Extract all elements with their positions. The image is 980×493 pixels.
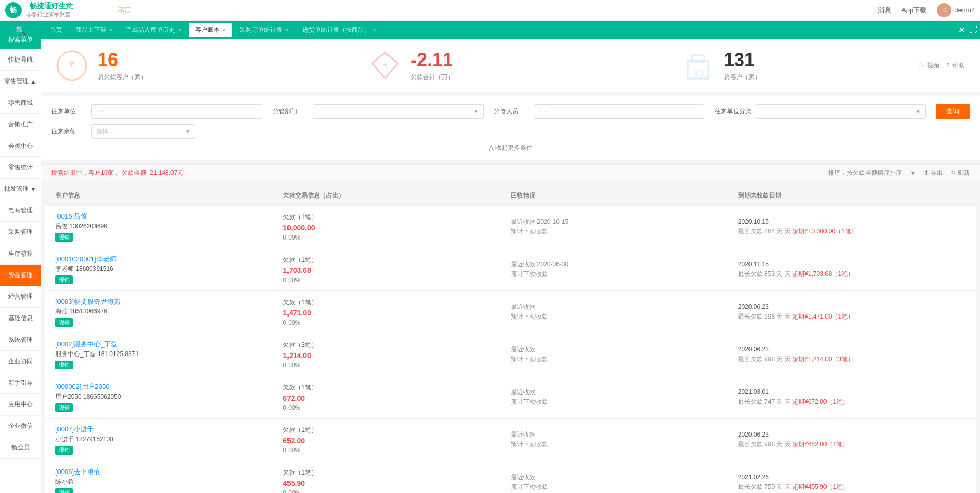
demo-link[interactable]: 示范 — [118, 6, 130, 14]
overdue-days-5: 最长欠款 998 天 天 超期¥652.00（1笔） — [738, 440, 966, 449]
customer-info-cell: [0002]服务中心_丁磊 服务中心_丁磊 181 0125 8371 现销 — [55, 340, 283, 369]
tab-purchase-stats[interactable]: 采购订单统计表 × — [233, 23, 295, 37]
sidebar-item-marketing[interactable]: 营销推广 — [0, 114, 41, 135]
debt-amount-1[interactable]: 1,703.68 — [283, 266, 510, 274]
sidebar-item-vip[interactable]: 畅会员 — [0, 437, 41, 459]
customer-badge-5: 现销 — [55, 446, 73, 455]
overdue-days-0: 最长欠款 884 天 天 超期¥10,000.00（1笔） — [738, 227, 966, 236]
sidebar-item-wechat[interactable]: 企业微信 — [0, 416, 41, 437]
sidebar-item-basic-info[interactable]: 基础信息 — [0, 308, 41, 329]
stat-card-debtors: ¥ 16 总欠款客户（家） — [41, 39, 354, 92]
filter-dept-input[interactable]: ▼ — [313, 104, 484, 119]
yuan-icon: ¥ — [56, 50, 87, 81]
debt-amount-5[interactable]: 652.00 — [283, 437, 510, 445]
user-area[interactable]: D demo2 — [937, 3, 975, 17]
sidebar-item-retail-stats[interactable]: 零售统计 — [0, 157, 41, 179]
customer-name-6[interactable]: [0006]去下粮仓 — [55, 467, 283, 477]
search-button[interactable]: 查询 — [936, 104, 970, 119]
customer-name-1[interactable]: [0001020001]李老师 — [55, 254, 283, 264]
sidebar-item-wholesale-mgmt[interactable]: 批发管理 ▼ — [0, 179, 41, 200]
tab-close-4[interactable]: × — [285, 27, 289, 33]
customer-name-2[interactable]: [0003]畅捷服务尹海燕 — [55, 297, 283, 306]
filter-source-unit-input[interactable]: ··· — [91, 104, 262, 119]
sidebar-item-newbie[interactable]: 新手引导 — [0, 372, 41, 394]
close-all-tabs-btn[interactable]: ✕ — [958, 25, 965, 35]
overdue-date-2: 2020.06.23 — [738, 303, 966, 310]
app-download-btn[interactable]: App下载 — [901, 6, 927, 15]
overdue-date-1: 2020.11.15 — [738, 261, 966, 268]
overdue-link-4[interactable]: 超期¥672.00（1笔） — [792, 398, 849, 405]
stat-debt-label: 欠款合计（万） — [411, 73, 454, 82]
customer-name-3[interactable]: [0002]服务中心_丁磊 — [55, 340, 283, 349]
sidebar-item-enterprise[interactable]: 企业协同 — [0, 351, 41, 372]
sidebar-item-system[interactable]: 系统管理 — [0, 329, 41, 351]
debt-amount-0[interactable]: 10,000.00 — [283, 224, 510, 232]
tab-close-5[interactable]: × — [373, 27, 376, 33]
customer-phone-0: 吕俊 13026203696 — [55, 222, 283, 231]
sidebar-item-appstore[interactable]: 应用中心 — [0, 394, 41, 416]
tab-home[interactable]: 首页 — [44, 23, 68, 37]
col-overdue: 到期未收款日期 — [738, 191, 966, 200]
sidebar-item-purchase[interactable]: 采购管理 — [0, 222, 41, 243]
debt-amount-4[interactable]: 672.00 — [283, 394, 510, 402]
sidebar-item-members[interactable]: 会员中心 — [0, 135, 41, 157]
overdue-link-6[interactable]: 超期¥455.90（1笔） — [792, 483, 849, 490]
tab-close-3[interactable]: × — [223, 27, 226, 33]
stat-card-total-customers: 131 总客户（家） ▷ 视频 ？ 帮助 — [667, 39, 980, 92]
diamond-icon: + — [370, 50, 400, 81]
debt-count-6: 欠款（1笔） — [283, 468, 510, 477]
sidebar-item-retail-mgmt[interactable]: 零售管理 ▲ — [0, 71, 41, 92]
last-collection-label-3: 最近收款 — [511, 345, 738, 354]
sidebar-item-quicknav[interactable]: 快捷导航 — [0, 49, 41, 71]
overdue-cell: 2021.03.01 最长欠款 747 天 天 超期¥672.00（1笔） — [738, 388, 966, 406]
fullscreen-btn[interactable]: ⛶ — [969, 25, 977, 35]
sidebar-item-business[interactable]: 经营管理 — [0, 286, 41, 308]
tab-product-shelf[interactable]: 商品上下架 × — [69, 23, 119, 37]
filter-balance-arrow: ▼ — [185, 129, 190, 134]
refresh-btn[interactable]: ↻ 刷新 — [951, 169, 970, 178]
filter-row-1: 往来单位 ··· 分管部门 ▼ — [51, 104, 970, 119]
sidebar-item-retail-mall[interactable]: 零售商城 — [0, 92, 41, 114]
sidebar-item-ecommerce[interactable]: 电商管理 — [0, 200, 41, 222]
help-btn[interactable]: ？ 帮助 — [945, 61, 965, 70]
col-customer-info: 客户信息 — [55, 191, 283, 200]
debt-amount-2[interactable]: 1,471.00 — [283, 309, 510, 317]
tab-close-1[interactable]: × — [109, 27, 112, 33]
result-info: 搜索结果中，客户16家， 欠款金额 -21,148.07元 — [51, 169, 183, 178]
debt-amount-3[interactable]: 1,214.00 — [283, 351, 510, 360]
customer-phone-4: 用户2050 18665062050 — [55, 392, 283, 401]
sidebar-item-finance[interactable]: 资金管理 — [0, 265, 41, 286]
customer-phone-1: 李老师 18600391516 — [55, 265, 283, 273]
customer-phone-5: 小进千 18279152100 — [55, 435, 283, 444]
tab-inventory-history[interactable]: 产成品入库单历史 × — [120, 23, 187, 37]
overdue-link-5[interactable]: 超期¥652.00（1笔） — [792, 441, 849, 448]
sidebar-item-inventory[interactable]: 库存核算 — [0, 243, 41, 265]
message-btn[interactable]: 消息 — [878, 6, 891, 15]
customer-name-4[interactable]: [000002]用户2050 — [55, 382, 283, 391]
tab-stock-stats[interactable]: 进货单统计表（按商品） × — [296, 23, 382, 37]
filter-dept-label: 分管部门 — [273, 107, 309, 116]
filter-person-input[interactable]: ··· — [534, 104, 705, 119]
customer-name-0[interactable]: [0016]吕俊 — [55, 212, 283, 221]
tab-close-2[interactable]: × — [178, 27, 181, 33]
chevron-icon: ▲ — [30, 78, 36, 85]
debt-amount-6[interactable]: 455.90 — [283, 479, 510, 487]
filter-balance-input[interactable]: 选择... ▼ — [91, 124, 195, 139]
overdue-link-0[interactable]: 超期¥10,000.00（1笔） — [792, 228, 857, 235]
video-btn[interactable]: ▷ 视频 — [919, 61, 939, 70]
debt-percent-6: 0.00% — [283, 489, 510, 494]
debt-info-cell: 欠款（3笔） 1,214.00 0.00% — [283, 341, 510, 369]
overdue-link-3[interactable]: 超期¥1,214.00（3笔） — [792, 356, 854, 363]
overdue-link-1[interactable]: 超期¥1,703.68（1笔） — [792, 270, 854, 278]
export-btn[interactable]: ⬆ 导出 — [924, 169, 943, 178]
tab-customer-account[interactable]: 客户账本 × — [189, 23, 232, 37]
collapse-button[interactable]: ⋀ 收起更多条件 — [489, 144, 532, 152]
collection-cell: 最近收款 预计下次收款 — [511, 345, 738, 364]
debt-count-4: 欠款（1笔） — [283, 383, 510, 392]
overdue-days-3: 最长欠款 998 天 天 超期¥1,214.00（3笔） — [738, 355, 966, 364]
filter-category-input[interactable]: ▼ — [755, 104, 926, 119]
customer-name-5[interactable]: [0007]小进千 — [55, 425, 283, 434]
overdue-link-2[interactable]: 超期¥1,471.00（1笔） — [792, 313, 854, 320]
col-debt-info: 欠款交易信息（占比） — [283, 191, 510, 200]
sidebar-search[interactable]: 🔍 搜索菜单 — [0, 21, 41, 49]
